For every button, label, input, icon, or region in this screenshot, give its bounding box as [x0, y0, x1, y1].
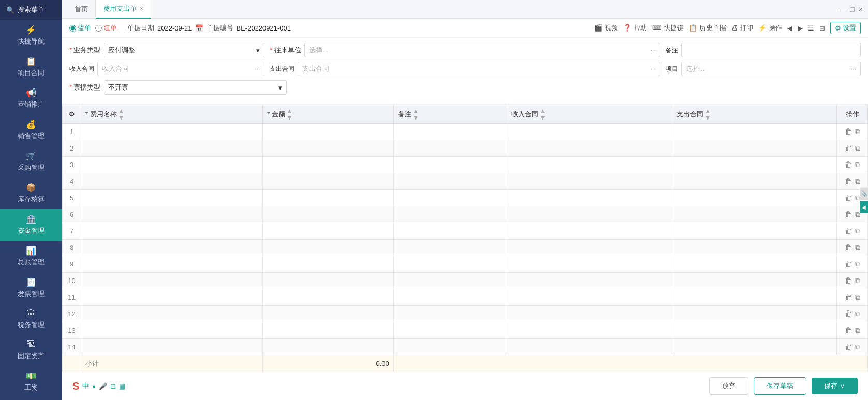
cell-expense-name[interactable] [81, 206, 263, 223]
cell-expense-name[interactable] [81, 306, 263, 322]
video-action[interactable]: 🎬 视频 [594, 23, 618, 33]
row-copy-icon[interactable]: ⧉ [855, 160, 860, 169]
biz-type-select[interactable]: 应付调整 ▾ [104, 43, 264, 57]
tab-expense-bill[interactable]: 费用支出单 × [96, 0, 151, 19]
cell-remark[interactable] [393, 306, 507, 322]
cell-expense-contract[interactable] [672, 289, 836, 306]
radio-blue-input[interactable] [69, 25, 76, 32]
cell-income-contract[interactable] [507, 140, 672, 157]
sort-arrows-amount[interactable]: ▲▼ [286, 108, 293, 121]
row-copy-icon[interactable]: ⧉ [855, 194, 860, 202]
row-delete-icon[interactable]: 🗑 [845, 127, 852, 136]
sidebar-item-purchase[interactable]: 🛒 采购管理 [0, 146, 62, 177]
sidebar-item-quick-nav[interactable]: ⚡ 快捷导航 [0, 20, 62, 51]
cell-remark[interactable] [393, 289, 507, 306]
sort-arrows-remark[interactable]: ▲▼ [413, 108, 419, 121]
nav-next[interactable]: ▶ [798, 24, 803, 32]
cell-income-contract[interactable] [507, 306, 672, 322]
sidebar-item-capital[interactable]: 🏦 资金管理 [0, 209, 62, 241]
window-minimize[interactable]: — [838, 5, 846, 13]
cell-amount[interactable] [263, 306, 394, 322]
sidebar-item-ops[interactable]: 📈 经营管理 [0, 397, 62, 400]
cell-expense-name[interactable] [81, 322, 263, 339]
right-panel-clip[interactable]: 📎 [860, 187, 868, 200]
radio-red[interactable]: 红单 [95, 23, 117, 33]
cell-income-contract[interactable] [507, 240, 672, 256]
cell-remark[interactable] [393, 140, 507, 157]
print-action[interactable]: 🖨 打印 [731, 23, 754, 33]
invoice-type-select[interactable]: 不开票 ▾ [104, 80, 287, 95]
row-delete-icon[interactable]: 🗑 [845, 144, 852, 153]
sidebar-item-invoice[interactable]: 🧾 发票管理 [0, 272, 62, 304]
sidebar-search[interactable]: 🔍 搜索菜单 [0, 0, 62, 20]
row-delete-icon[interactable]: 🗑 [845, 227, 852, 235]
view-grid-icon[interactable]: ⊞ [819, 24, 825, 32]
cell-income-contract[interactable] [507, 124, 672, 140]
cell-expense-name[interactable] [81, 240, 263, 256]
row-copy-icon[interactable]: ⧉ [855, 293, 860, 302]
cell-amount[interactable] [263, 124, 394, 140]
cell-expense-contract[interactable] [672, 256, 836, 273]
sidebar-item-sales[interactable]: 💰 销售管理 [0, 114, 62, 146]
row-copy-icon[interactable]: ⧉ [855, 326, 860, 335]
row-delete-icon[interactable]: 🗑 [845, 326, 852, 335]
cell-remark[interactable] [393, 157, 507, 173]
cell-expense-contract[interactable] [672, 206, 836, 223]
row-copy-icon[interactable]: ⧉ [855, 177, 860, 186]
income-contract-dots[interactable]: ··· [255, 65, 260, 72]
row-delete-icon[interactable]: 🗑 [845, 276, 852, 285]
cell-amount[interactable] [263, 157, 394, 173]
cell-expense-name[interactable] [81, 273, 263, 289]
sort-arrows-income[interactable]: ▲▼ [539, 108, 546, 121]
cell-amount[interactable] [263, 240, 394, 256]
cell-amount[interactable] [263, 190, 394, 206]
cell-expense-contract[interactable] [672, 190, 836, 206]
cell-amount[interactable] [263, 273, 394, 289]
tab-close-icon[interactable]: × [140, 5, 143, 12]
cell-expense-contract[interactable] [672, 223, 836, 240]
history-action[interactable]: 📋 历史单据 [689, 23, 726, 33]
row-copy-icon[interactable]: ⧉ [855, 127, 860, 136]
row-copy-icon[interactable]: ⧉ [855, 260, 860, 269]
radio-red-input[interactable] [95, 25, 102, 32]
row-delete-icon[interactable]: 🗑 [845, 160, 852, 169]
cell-expense-contract[interactable] [672, 339, 836, 355]
expense-contract-dots[interactable]: ··· [651, 65, 656, 72]
cell-income-contract[interactable] [507, 339, 672, 355]
operation-action[interactable]: ⚡ 操作 [758, 23, 782, 33]
cell-remark[interactable] [393, 124, 507, 140]
row-copy-icon[interactable]: ⧉ [855, 243, 860, 252]
row-copy-icon[interactable]: ⧉ [855, 144, 860, 153]
cell-remark[interactable] [393, 206, 507, 223]
row-delete-icon[interactable]: 🗑 [845, 243, 852, 252]
cell-income-contract[interactable] [507, 190, 672, 206]
cell-remark[interactable] [393, 223, 507, 240]
nav-prev[interactable]: ◀ [787, 24, 792, 32]
cell-expense-contract[interactable] [672, 157, 836, 173]
cell-remark[interactable] [393, 240, 507, 256]
cell-expense-contract[interactable] [672, 240, 836, 256]
sort-arrows-expense[interactable]: ▲▼ [118, 108, 125, 121]
cell-remark[interactable] [393, 173, 507, 190]
cell-expense-contract[interactable] [672, 273, 836, 289]
cell-remark[interactable] [393, 256, 507, 273]
cell-expense-name[interactable] [81, 190, 263, 206]
row-copy-icon[interactable]: ⧉ [855, 210, 860, 219]
radio-blue[interactable]: 蓝单 [69, 23, 91, 33]
cell-amount[interactable] [263, 173, 394, 190]
save-button[interactable]: 保存 ∨ [812, 378, 858, 394]
cell-expense-contract[interactable] [672, 124, 836, 140]
income-contract-select[interactable]: 收入合同 ··· [97, 62, 264, 76]
tab-home[interactable]: 首页 [67, 0, 96, 19]
cell-income-contract[interactable] [507, 157, 672, 173]
row-copy-icon[interactable]: ⧉ [855, 343, 860, 351]
row-delete-icon[interactable]: 🗑 [845, 210, 852, 219]
cell-expense-contract[interactable] [672, 173, 836, 190]
project-select[interactable]: 选择... ··· [681, 62, 861, 76]
row-delete-icon[interactable]: 🗑 [845, 194, 852, 202]
cell-expense-name[interactable] [81, 157, 263, 173]
sidebar-item-marketing[interactable]: 📢 营销推广 [0, 83, 62, 114]
partner-select[interactable]: 选择... ··· [304, 43, 660, 57]
sort-arrows-expense-contract[interactable]: ▲▼ [704, 108, 711, 121]
expense-contract-select[interactable]: 支出合同 ··· [298, 62, 660, 76]
